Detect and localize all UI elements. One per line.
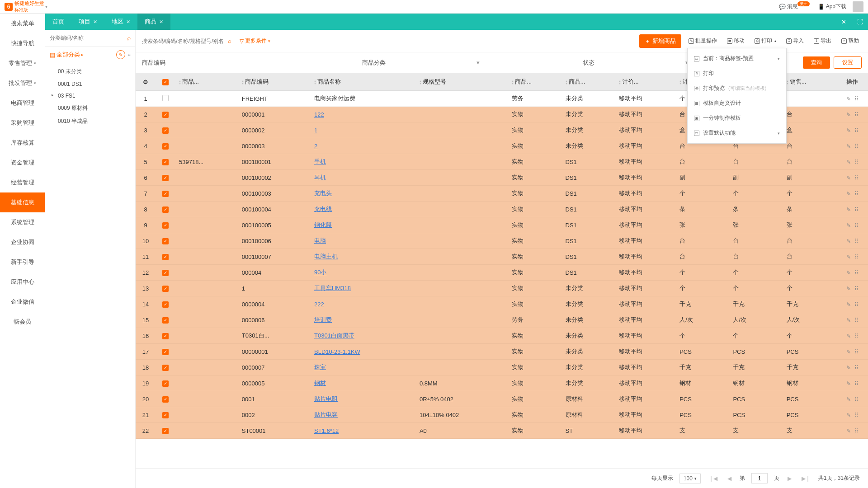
table-row[interactable]: 15✓0000006培训费劳务未分类移动平均人/次人/次人/次✎⠿ [136, 312, 868, 328]
product-name-link[interactable]: 手机 [314, 158, 326, 165]
edit-icon[interactable]: ✎ [846, 96, 851, 102]
cell-checkbox[interactable]: ✓ [156, 217, 175, 233]
product-name-link[interactable]: 122 [314, 111, 324, 118]
tree-item[interactable]: 0001 DS1 [45, 78, 135, 90]
cell-checkbox[interactable]: ✓ [156, 170, 175, 186]
more-icon[interactable]: ⠿ [854, 191, 859, 197]
product-name-link[interactable]: 贴片电容 [314, 411, 338, 418]
product-name-link[interactable]: 培训费 [314, 316, 332, 323]
table-row[interactable]: 9✓000100005钢化膜实物DS1移动平均张张张✎⠿ [136, 217, 868, 233]
product-name-link[interactable]: 耳机 [314, 174, 326, 181]
more-icon[interactable]: ⠿ [854, 270, 859, 276]
cell-checkbox[interactable]: ✓ [156, 312, 175, 328]
messages-link[interactable]: 💬 消息 99+ [779, 3, 811, 10]
product-name-link[interactable]: 珠宝 [314, 364, 326, 371]
sidebar-item[interactable]: 资金管理 [0, 153, 45, 173]
cell-checkbox[interactable]: ✓ [156, 391, 175, 407]
sidebar-item[interactable]: 企业协同 [0, 232, 45, 252]
batch-ops-button[interactable]: ✎批量操作 [686, 37, 720, 45]
more-icon[interactable]: ⠿ [854, 396, 859, 403]
table-row[interactable]: 19✓0000005钢材0.8MM实物未分类移动平均钢材钢材钢材✎⠿ [136, 375, 868, 391]
page-next-button[interactable]: ▶ [786, 475, 793, 482]
close-icon[interactable]: ✕ [159, 19, 163, 25]
more-icon[interactable]: ⠿ [854, 365, 859, 371]
product-name-link[interactable]: 2 [314, 143, 317, 150]
sidebar-item[interactable]: 批发管理▾ [0, 73, 45, 93]
edit-icon[interactable]: ✎ [846, 380, 851, 387]
table-row[interactable]: 17✓00000001BLD10-23-1.1KW实物未分类移动平均PCSPCS… [136, 344, 868, 360]
fullscreen-button[interactable]: ⛶ [852, 14, 868, 30]
collapse-tree-button[interactable]: « [128, 52, 131, 57]
cell-checkbox[interactable] [156, 91, 175, 107]
cell-checkbox[interactable]: ✓ [156, 328, 175, 344]
table-row[interactable]: 12✓00000490小实物DS1移动平均个个个✎⠿ [136, 265, 868, 281]
tab[interactable]: 地区✕ [104, 14, 137, 30]
cell-checkbox[interactable]: ✓ [156, 423, 175, 439]
sidebar-item[interactable]: 零售管理▾ [0, 53, 45, 73]
tab[interactable]: 首页 [45, 14, 71, 30]
import-button[interactable]: ↧导入 [783, 37, 807, 45]
more-icon[interactable]: ⠿ [854, 238, 859, 244]
cell-checkbox[interactable]: ✓ [156, 186, 175, 202]
category-filter-select[interactable]: ▾ [389, 59, 480, 66]
edit-icon[interactable]: ✎ [846, 412, 851, 418]
edit-icon[interactable]: ✎ [846, 127, 851, 134]
print-template-item[interactable]: ▦模板自定义设计 [688, 96, 786, 111]
cell-checkbox[interactable]: ✓ [156, 154, 175, 170]
close-all-tabs-button[interactable]: ✕ [835, 14, 852, 30]
sidebar-item[interactable]: 系统管理 [0, 212, 45, 232]
edit-icon[interactable]: ✎ [846, 428, 851, 434]
edit-icon[interactable]: ✎ [846, 159, 851, 165]
close-icon[interactable]: ✕ [93, 19, 97, 25]
status-filter-select[interactable]: ▾ [598, 59, 689, 66]
code-filter-input[interactable] [169, 57, 241, 68]
product-name-link[interactable]: T0301白面黑带 [314, 332, 354, 339]
sidebar-item[interactable]: 库存核算 [0, 133, 45, 153]
more-icon[interactable]: ⠿ [854, 143, 859, 150]
table-row[interactable]: 6✓000100002耳机实物DS1移动平均副副副✎⠿ [136, 170, 868, 186]
edit-icon[interactable]: ✎ [846, 286, 851, 292]
more-icon[interactable]: ⠿ [854, 96, 859, 102]
cell-checkbox[interactable]: ✓ [156, 233, 175, 249]
search-icon[interactable]: ⌕ [228, 38, 231, 44]
product-name-link[interactable]: 222 [314, 301, 324, 308]
print-current-item[interactable]: ▭当前：商品标签-预置▾ [688, 51, 786, 66]
table-row[interactable]: 7✓000100003充电头实物DS1移动平均个个个✎⠿ [136, 186, 868, 202]
more-filters-button[interactable]: ▽ 更多条件 ▾ [240, 37, 270, 45]
product-name-link[interactable]: 充电线 [314, 206, 332, 212]
print-quick-item[interactable]: ▣一分钟制作模板 [688, 111, 786, 126]
sidebar-item[interactable]: 快捷导航 [0, 33, 45, 53]
edit-icon[interactable]: ✎ [846, 206, 851, 213]
avatar[interactable] [853, 1, 863, 12]
more-icon[interactable]: ⠿ [854, 127, 859, 134]
print-button[interactable]: ⎙打印▴ [752, 37, 779, 45]
settings-button[interactable]: 设置 [834, 56, 862, 69]
cell-checkbox[interactable]: ✓ [156, 265, 175, 281]
product-name-link[interactable]: 贴片电阻 [314, 395, 338, 402]
cell-checkbox[interactable]: ✓ [156, 122, 175, 138]
product-name-link[interactable]: 1 [314, 127, 317, 134]
product-name-link[interactable]: 90小 [314, 269, 326, 276]
export-button[interactable]: ↥导出 [811, 37, 834, 45]
app-download-link[interactable]: 📱 App下载 [818, 3, 846, 10]
tree-item[interactable]: 0009 原材料 [45, 102, 135, 115]
edit-icon[interactable]: ✎ [846, 254, 851, 260]
tab[interactable]: 商品✕ [137, 14, 170, 30]
print-do-item[interactable]: ⎙打印 [688, 66, 786, 81]
more-icon[interactable]: ⠿ [854, 222, 859, 229]
cell-checkbox[interactable]: ✓ [156, 249, 175, 265]
tree-item[interactable]: 00 未分类 [45, 65, 135, 78]
more-icon[interactable]: ⠿ [854, 206, 859, 213]
search-icon[interactable]: ⌕ [127, 34, 131, 42]
edit-icon[interactable]: ✎ [846, 317, 851, 324]
sidebar-item[interactable]: 畅会员 [0, 312, 45, 332]
col-settings[interactable]: ⚙ [136, 73, 156, 91]
sidebar-item[interactable]: 基础信息 [0, 192, 45, 212]
col-cost[interactable]: ▴▾计价... [615, 73, 676, 91]
print-default-item[interactable]: ▭设置默认功能▾ [688, 126, 786, 141]
table-row[interactable]: 13✓1工具车HM318实物未分类移动平均个个个✎⠿ [136, 281, 868, 296]
more-icon[interactable]: ⠿ [854, 286, 859, 292]
cell-checkbox[interactable]: ✓ [156, 107, 175, 122]
more-icon[interactable]: ⠿ [854, 112, 859, 118]
sidebar-item[interactable]: 应用中心 [0, 272, 45, 292]
